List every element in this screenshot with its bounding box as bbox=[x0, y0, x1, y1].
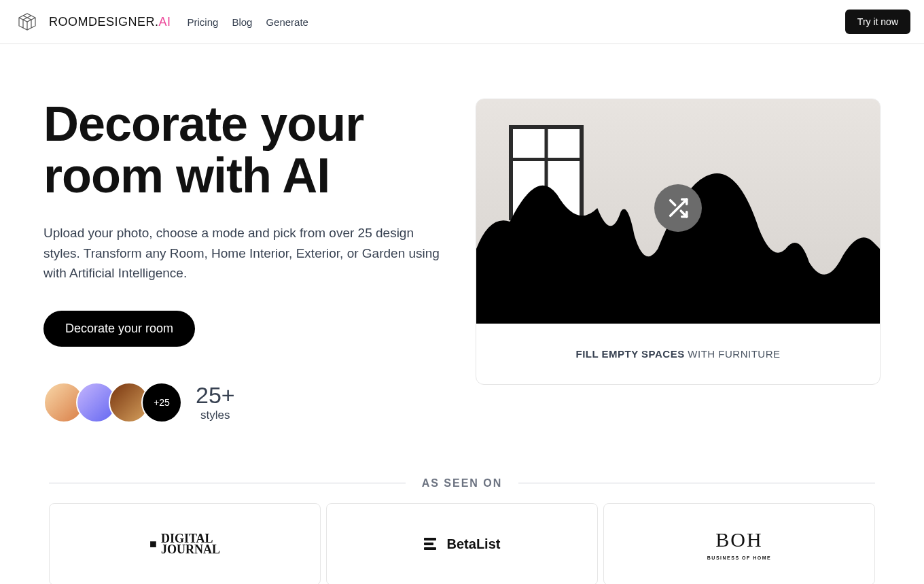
press-card-betalist[interactable]: BetaList bbox=[326, 503, 598, 585]
shuffle-button[interactable] bbox=[654, 184, 702, 232]
mountain-silhouette bbox=[476, 147, 880, 324]
styles-count-label: styles bbox=[196, 409, 235, 422]
press-grid: ■ DIGITALJOURNAL BetaList BOH BUSINESS O… bbox=[49, 503, 875, 585]
preview-caption-rest: WITH FURNITURE bbox=[685, 348, 781, 360]
preview-image bbox=[476, 99, 880, 324]
betalist-icon bbox=[424, 538, 436, 550]
preview-caption-bold: FILL EMPTY SPACES bbox=[575, 348, 684, 360]
divider-right bbox=[518, 483, 875, 483]
nav-blog[interactable]: Blog bbox=[232, 16, 252, 28]
logo-accent: AI bbox=[159, 15, 171, 29]
styles-row: +25 25+ styles bbox=[43, 382, 448, 423]
svg-line-2 bbox=[671, 201, 675, 205]
boh-logo: BOH BUSINESS OF HOME bbox=[707, 528, 771, 560]
hero-section: Decorate your room with AI Upload your p… bbox=[0, 44, 924, 450]
as-seen-section: AS SEEN ON ■ DIGITALJOURNAL BetaList BOH… bbox=[0, 450, 924, 585]
logo-icon bbox=[14, 8, 41, 35]
decorate-room-button[interactable]: Decorate your room bbox=[43, 311, 195, 347]
try-it-now-button[interactable]: Try it now bbox=[845, 10, 910, 34]
preview-caption: FILL EMPTY SPACES WITH FURNITURE bbox=[476, 324, 880, 384]
site-header: ROOMDESIGNER.AI Pricing Blog Generate Tr… bbox=[0, 0, 924, 44]
styles-count-number: 25+ bbox=[196, 382, 235, 409]
divider-left bbox=[49, 483, 406, 483]
style-thumb-more[interactable]: +25 bbox=[141, 382, 182, 423]
as-seen-header: AS SEEN ON bbox=[49, 477, 875, 489]
digital-journal-logo: ■ DIGITALJOURNAL bbox=[149, 533, 220, 555]
press-card-digital-journal[interactable]: ■ DIGITALJOURNAL bbox=[49, 503, 321, 585]
style-avatars: +25 bbox=[43, 382, 182, 423]
as-seen-label: AS SEEN ON bbox=[422, 477, 503, 489]
betalist-text: BetaList bbox=[447, 536, 501, 552]
preview-card: FILL EMPTY SPACES WITH FURNITURE bbox=[476, 99, 881, 385]
boh-main: BOH bbox=[715, 528, 762, 551]
main-nav: Pricing Blog Generate bbox=[188, 16, 308, 28]
logo-main: ROOMDESIGNER. bbox=[49, 15, 159, 29]
hero-title: Decorate your room with AI bbox=[43, 99, 448, 201]
logo-text: ROOMDESIGNER.AI bbox=[49, 15, 171, 29]
hero-right: FILL EMPTY SPACES WITH FURNITURE bbox=[476, 99, 881, 423]
header-left: ROOMDESIGNER.AI Pricing Blog Generate bbox=[14, 8, 308, 35]
nav-pricing[interactable]: Pricing bbox=[188, 16, 219, 28]
boh-sub: BUSINESS OF HOME bbox=[707, 555, 771, 560]
logo-link[interactable]: ROOMDESIGNER.AI bbox=[14, 8, 171, 35]
hero-left: Decorate your room with AI Upload your p… bbox=[43, 99, 448, 423]
nav-generate[interactable]: Generate bbox=[266, 16, 308, 28]
press-card-boh[interactable]: BOH BUSINESS OF HOME bbox=[603, 503, 875, 585]
betalist-logo: BetaList bbox=[424, 536, 501, 552]
styles-count: 25+ styles bbox=[196, 382, 235, 422]
hero-description: Upload your photo, choose a mode and pic… bbox=[43, 223, 448, 283]
shuffle-icon bbox=[667, 196, 690, 220]
